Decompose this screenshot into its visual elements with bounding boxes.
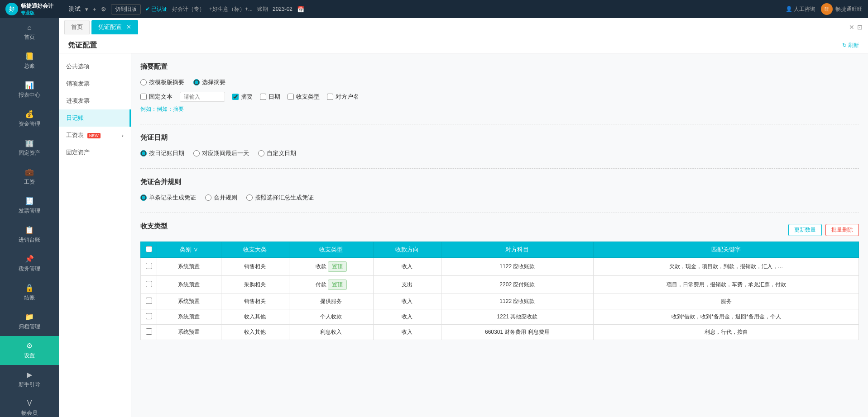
sidebar-item-closing[interactable]: 🔒 结账 xyxy=(0,278,59,307)
divider-1 xyxy=(140,124,859,124)
sidebar-label-home: 首页 xyxy=(24,33,35,41)
table-actions: 更新数量 批量删除 xyxy=(788,224,859,236)
td-category-1: 系统预置 xyxy=(157,276,221,294)
td-main-type-1: 采购相关 xyxy=(221,276,289,294)
service-btn[interactable]: 👤 人工咨询 xyxy=(786,5,815,13)
td-check-3[interactable] xyxy=(141,309,157,325)
td-type-0: 收款 置顶 xyxy=(289,258,373,276)
table-header-row: 收支类型 更新数量 批量删除 xyxy=(140,222,859,238)
td-direction-3: 收入 xyxy=(373,309,441,325)
single-voucher-option[interactable]: 单条记录生成凭证 xyxy=(140,194,196,202)
sidebar-label-guide: 新手引导 xyxy=(19,381,40,389)
sidebar-item-invoice[interactable]: 🧾 发票管理 xyxy=(0,191,59,220)
td-type-2: 提供服务 xyxy=(289,294,373,309)
td-check-4[interactable] xyxy=(141,325,157,340)
template-summary-option[interactable]: 按模板版摘要 xyxy=(140,78,184,86)
minimize-btn[interactable]: ✕ xyxy=(849,24,854,31)
th-subject: 对方科目 xyxy=(441,242,594,258)
td-check-1[interactable] xyxy=(141,276,157,294)
sidebar-item-assets[interactable]: 🏢 固定资产 xyxy=(0,133,59,162)
summary-radio-group: 按模板版摘要 选择摘要 xyxy=(140,78,859,86)
maximize-btn[interactable]: ⊡ xyxy=(857,24,863,31)
left-nav-public[interactable]: 公共选项 xyxy=(59,58,131,75)
sidebar-item-member[interactable]: V 畅会员 xyxy=(0,394,59,417)
tab-close-btn[interactable]: ✕ xyxy=(126,24,131,30)
sidebar-item-reports[interactable]: 📊 报表中心 xyxy=(0,76,59,104)
sidebar-item-tax[interactable]: 📌 税务管理 xyxy=(0,249,59,278)
sidebar-item-guide[interactable]: ▶ 新手引导 xyxy=(0,365,59,394)
divider-2 xyxy=(140,168,859,169)
switch-old-btn[interactable]: 切到旧版 xyxy=(111,4,141,14)
td-direction-4: 收入 xyxy=(373,325,441,340)
table-row: 系统预置 销售相关 收款 置顶 收入 1122 应收账款 欠款，现金，项目款，到… xyxy=(141,258,859,276)
sidebar-item-ledger[interactable]: 📒 总账 xyxy=(0,47,59,76)
merge-rule-option[interactable]: 合并规则 xyxy=(205,194,237,202)
gear-icon[interactable]: ⚙ xyxy=(101,6,106,13)
left-nav-purchase-invoice[interactable]: 进项发票 xyxy=(59,92,131,109)
invoice-icon: 🧾 xyxy=(25,197,34,205)
period-last-option[interactable]: 对应期间最后一天 xyxy=(193,149,249,157)
td-keywords-3: 收到*借款，收到*备用金，退回*备用金，个人 xyxy=(594,309,859,325)
delete-btn[interactable]: 批量删除 xyxy=(825,224,859,236)
tab-home[interactable]: 首页 xyxy=(64,20,90,34)
period-value[interactable]: 2023-02 xyxy=(273,6,293,12)
summary-checkbox[interactable]: 摘要 xyxy=(232,93,253,101)
td-category-4: 系统预置 xyxy=(157,325,221,340)
td-type-1: 付款 置顶 xyxy=(289,276,373,294)
th-type: 收支类型 xyxy=(289,242,373,258)
th-keywords: 匹配关键字 xyxy=(594,242,859,258)
example-text: 例如：例如：摘要 xyxy=(140,105,859,113)
counterparty-checkbox[interactable]: 对方户名 xyxy=(327,93,359,101)
certified-tag: ✔ 已认证 xyxy=(145,5,168,13)
select-summary-option[interactable]: 选择摘要 xyxy=(193,78,225,86)
td-category-3: 系统预置 xyxy=(157,309,221,325)
divider-3 xyxy=(140,213,859,213)
td-check-0[interactable] xyxy=(141,258,157,276)
th-select-all[interactable] xyxy=(141,242,157,258)
home-icon: ⌂ xyxy=(27,24,32,32)
voucher-date-title: 凭证日期 xyxy=(140,133,859,142)
custom-date-option[interactable]: 自定义日期 xyxy=(258,149,296,157)
update-btn[interactable]: 更新数量 xyxy=(788,224,822,236)
type-checkbox[interactable]: 收支类型 xyxy=(288,93,320,101)
calendar-icon[interactable]: 📅 xyxy=(297,6,304,13)
archive-icon: 📁 xyxy=(25,313,34,321)
summary-gen-option[interactable]: 按照选择汇总生成凭证 xyxy=(246,194,314,202)
table-row: 系统预置 采购相关 付款 置顶 支出 2202 应付账款 项目，日常费用，报销款… xyxy=(141,276,859,294)
merge-rules-section: 凭证合并规则 单条记录生成凭证 合并规则 按照选择汇总生成凭证 xyxy=(140,178,859,202)
tab-voucher-config[interactable]: 凭证配置 ✕ xyxy=(91,20,138,34)
sidebar-item-funds[interactable]: 💰 资金管理 xyxy=(0,104,59,133)
member-icon: V xyxy=(27,399,32,408)
fixed-text-input[interactable] xyxy=(180,92,225,102)
preset-tag-0[interactable]: 置顶 xyxy=(328,261,347,272)
sidebar-item-archive[interactable]: 📁 归档管理 xyxy=(0,307,59,336)
td-direction-1: 支出 xyxy=(373,276,441,294)
sidebar-item-settings[interactable]: ⚙ 设置 xyxy=(0,336,59,365)
td-check-2[interactable] xyxy=(141,294,157,309)
refresh-btn[interactable]: ↻ 刷新 xyxy=(842,42,859,49)
td-type-4: 利息收入 xyxy=(289,325,373,340)
user-menu[interactable]: 旺 畅捷通旺旺 xyxy=(821,3,863,15)
left-nav-sales-invoice[interactable]: 销项发票 xyxy=(59,75,131,92)
left-nav-journal[interactable]: 日记账 xyxy=(59,109,131,127)
summary-config-title: 摘要配置 xyxy=(140,62,859,71)
left-nav-payroll[interactable]: 工资表 NEW › xyxy=(59,127,131,144)
td-category-0: 系统预置 xyxy=(157,258,221,276)
select-all-checkbox[interactable] xyxy=(146,246,152,252)
sidebar-item-home[interactable]: ⌂ 首页 xyxy=(0,18,59,47)
td-direction-0: 收入 xyxy=(373,258,441,276)
journal-date-option[interactable]: 按日记账日期 xyxy=(140,149,184,157)
preset-tag-1[interactable]: 置顶 xyxy=(328,280,347,290)
dropdown-icon[interactable]: ▾ xyxy=(85,6,88,13)
fixed-text-checkbox[interactable]: 固定文本 xyxy=(140,93,173,101)
sidebar-item-salary[interactable]: 💼 工资 xyxy=(0,162,59,191)
content-area: 首页 凭证配置 ✕ ✕ ⊡ 凭证配置 ↻ 刷新 公共选项 xyxy=(59,18,868,417)
voucher-date-radio-group: 按日记账日期 对应期间最后一天 自定义日期 xyxy=(140,149,859,157)
date-checkbox[interactable]: 日期 xyxy=(260,93,280,101)
window-controls: ✕ ⊡ xyxy=(849,24,863,31)
summary-checkbox-row: 固定文本 摘要 日期 收支类型 xyxy=(140,92,859,102)
sidebar-item-purchase[interactable]: 📋 进销台账 xyxy=(0,220,59,249)
left-nav-fixed-assets[interactable]: 固定资产 xyxy=(59,144,131,161)
plus-icon[interactable]: + xyxy=(93,6,96,13)
user-name: 畅捷通旺旺 xyxy=(835,5,863,13)
